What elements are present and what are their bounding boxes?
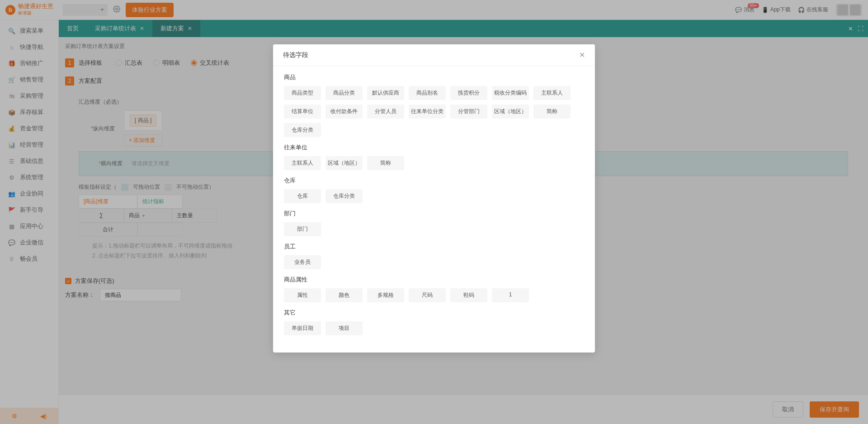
field-tag[interactable]: 项目 bbox=[326, 321, 363, 335]
group-title: 往来单位 bbox=[284, 143, 584, 152]
field-tag[interactable]: 收付款条件 bbox=[326, 105, 363, 119]
field-tag[interactable]: 默认供应商 bbox=[367, 86, 404, 100]
modal-body: 商品商品类型商品分类默认供应商商品别名拣货积分税收分类编码主联系人结算单位收付款… bbox=[273, 66, 595, 353]
field-tag[interactable]: 区域（地区） bbox=[492, 105, 529, 119]
tag-list: 主联系人区域（地区）简称 bbox=[284, 156, 584, 170]
group-title: 部门 bbox=[284, 210, 584, 218]
field-tag[interactable]: 业务员 bbox=[284, 255, 321, 269]
field-group: 其它单据日期项目 bbox=[284, 309, 584, 335]
modal-close-button[interactable]: ✕ bbox=[579, 51, 585, 59]
tag-list: 商品类型商品分类默认供应商商品别名拣货积分税收分类编码主联系人结算单位收付款条件… bbox=[284, 86, 584, 137]
field-selector-modal: 待选字段 ✕ 商品商品类型商品分类默认供应商商品别名拣货积分税收分类编码主联系人… bbox=[273, 44, 595, 353]
field-group: 员工业务员 bbox=[284, 243, 584, 269]
field-tag[interactable]: 多规格 bbox=[367, 288, 404, 302]
modal-header: 待选字段 ✕ bbox=[273, 44, 595, 66]
field-group: 商品属性属性颜色多规格尺码鞋码1 bbox=[284, 276, 584, 302]
modal-overlay: 待选字段 ✕ 商品商品类型商品分类默认供应商商品别名拣货积分税收分类编码主联系人… bbox=[0, 0, 868, 424]
group-title: 商品 bbox=[284, 73, 584, 81]
field-tag[interactable]: 商品分类 bbox=[326, 86, 363, 100]
field-group: 往来单位主联系人区域（地区）简称 bbox=[284, 143, 584, 170]
field-tag[interactable]: 仓库分类 bbox=[326, 189, 363, 203]
field-tag[interactable]: 单据日期 bbox=[284, 321, 321, 335]
tag-list: 属性颜色多规格尺码鞋码1 bbox=[284, 288, 584, 302]
field-tag[interactable]: 主联系人 bbox=[284, 156, 321, 170]
field-tag[interactable]: 商品别名 bbox=[409, 86, 446, 100]
group-title: 商品属性 bbox=[284, 276, 584, 284]
field-tag[interactable]: 1 bbox=[492, 288, 529, 302]
field-tag[interactable]: 属性 bbox=[284, 288, 321, 302]
field-tag[interactable]: 颜色 bbox=[326, 288, 363, 302]
field-tag[interactable]: 尺码 bbox=[409, 288, 446, 302]
tag-list: 仓库仓库分类 bbox=[284, 189, 584, 203]
field-group: 部门部门 bbox=[284, 210, 584, 236]
field-tag[interactable]: 仓库分类 bbox=[284, 123, 321, 137]
field-tag[interactable]: 结算单位 bbox=[284, 105, 321, 119]
field-tag[interactable]: 部门 bbox=[284, 222, 321, 236]
field-tag[interactable]: 拣货积分 bbox=[450, 86, 487, 100]
group-title: 仓库 bbox=[284, 176, 584, 185]
field-tag[interactable]: 税收分类编码 bbox=[492, 86, 529, 100]
field-tag[interactable]: 鞋码 bbox=[450, 288, 487, 302]
field-tag[interactable]: 主联系人 bbox=[533, 86, 571, 100]
group-title: 员工 bbox=[284, 243, 584, 251]
field-tag[interactable]: 简称 bbox=[533, 105, 571, 119]
modal-title: 待选字段 bbox=[283, 51, 308, 59]
field-group: 商品商品类型商品分类默认供应商商品别名拣货积分税收分类编码主联系人结算单位收付款… bbox=[284, 73, 584, 137]
tag-list: 单据日期项目 bbox=[284, 321, 584, 335]
field-tag[interactable]: 分管人员 bbox=[367, 105, 404, 119]
field-group: 仓库仓库仓库分类 bbox=[284, 176, 584, 203]
group-title: 其它 bbox=[284, 309, 584, 317]
field-tag[interactable]: 仓库 bbox=[284, 189, 321, 203]
field-tag[interactable]: 往来单位分类 bbox=[409, 105, 446, 119]
tag-list: 部门 bbox=[284, 222, 584, 236]
field-tag[interactable]: 简称 bbox=[367, 156, 404, 170]
field-tag[interactable]: 区域（地区） bbox=[326, 156, 363, 170]
field-tag[interactable]: 商品类型 bbox=[284, 86, 321, 100]
tag-list: 业务员 bbox=[284, 255, 584, 269]
field-tag[interactable]: 分管部门 bbox=[450, 105, 487, 119]
